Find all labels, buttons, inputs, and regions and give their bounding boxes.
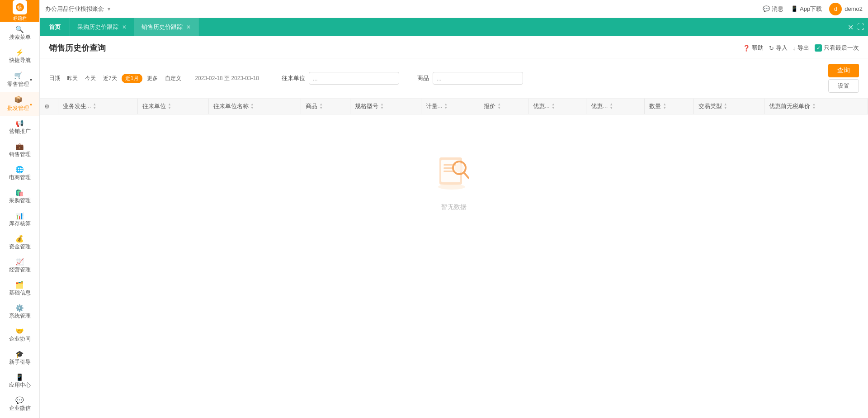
th-pretax-price[interactable]: 优惠前无税单价 ▲▼ [764, 99, 868, 114]
sidebar-item-operations[interactable]: 📈 经营管理 [0, 254, 40, 277]
download-icon: 📱 [791, 5, 798, 12]
sidebar-item-enterprise[interactable]: 🤝 企业协同 [0, 323, 40, 347]
sidebar-item-marketing[interactable]: 📢 营销推广 [0, 116, 40, 139]
tab-close-all-icon[interactable]: ✕ [848, 23, 854, 32]
sort-arrows-spec: ▲▼ [380, 103, 384, 110]
product-filter: 商品 ... [417, 72, 523, 85]
th-discount2[interactable]: 优惠... ▲▼ [586, 99, 645, 114]
action-buttons: 查询 设置 [828, 64, 859, 93]
th-trade-type[interactable]: 交易类型 ▲▼ [693, 99, 764, 114]
sort-arrows-discount1: ▲▼ [552, 103, 555, 110]
th-product[interactable]: 商品 ▲▼ [301, 99, 350, 114]
sidebar-item-search[interactable]: 🔍 搜索菜单 [0, 22, 40, 45]
tab-home[interactable]: 首页 [40, 18, 70, 36]
date-opt-1month[interactable]: 近1月 [122, 74, 143, 83]
logo-icon: 畅 [13, 0, 27, 14]
user-button[interactable]: d demo2 [829, 3, 863, 15]
svg-rect-6 [443, 167, 453, 169]
sidebar-item-wechat[interactable]: 💬 企业微信 [0, 393, 40, 416]
sort-arrows-counterpart-name: ▲▼ [250, 103, 254, 110]
top-bar: 办公用品行业模拟账套 ▾ 💬 消息 📱 App下载 d demo2 [40, 0, 868, 18]
th-quoted-price[interactable]: 报价 ▲▼ [479, 99, 528, 114]
sort-arrows-product: ▲▼ [319, 103, 323, 110]
date-opt-yesterday[interactable]: 昨天 [64, 74, 80, 83]
tab-bar: 首页 采购历史价跟踪 ✕ 销售历史价跟踪 ✕ ✕ ⛶ [40, 18, 868, 36]
sidebar-item-appstore[interactable]: 📱 应用中心 [0, 370, 40, 393]
import-button[interactable]: ↻ 导入 [769, 44, 788, 52]
filter-row: 日期 昨天 今天 近7天 近1月 更多 自定义 2023-02-18 至 202… [49, 64, 859, 93]
sidebar-item-newbie[interactable]: 🎓 新手引导 [0, 347, 40, 370]
date-opt-7days[interactable]: 近7天 [100, 74, 120, 83]
top-bar-right: 💬 消息 📱 App下载 d demo2 [763, 3, 863, 15]
date-label: 日期 [49, 74, 61, 82]
page-title: 销售历史价查询 [49, 43, 106, 53]
logo-text: 标题栏 [13, 15, 27, 22]
counterpart-filter: 往来单位 ... [282, 72, 399, 85]
sidebar-logo: 畅 标题栏 [0, 0, 40, 22]
tab-sales-history[interactable]: 销售历史价跟踪 ✕ [134, 18, 198, 36]
sidebar-item-wholesale[interactable]: 📦 批发管理 ▴ [0, 92, 40, 116]
empty-state: 暂无数据 [40, 114, 868, 247]
counterpart-input[interactable]: ... [309, 72, 399, 85]
tab-expand-icon[interactable]: ⛶ [857, 23, 864, 31]
table-header-row: ⚙ 业务发生... ▲▼ 往来单位 ▲▼ [40, 99, 868, 114]
sidebar-item-purchase[interactable]: 🛍️ 采购管理 [0, 185, 40, 208]
sidebar-item-sales[interactable]: 💼 销售管理 [0, 139, 40, 162]
sort-arrows-pretax-price: ▲▼ [812, 103, 816, 110]
page-actions: ❓ 帮助 ↻ 导入 ↓ 导出 ✓ 只看最后一次 [743, 44, 859, 52]
breadcrumb: 办公用品行业模拟账套 ▾ [45, 5, 110, 13]
th-discount1[interactable]: 优惠... ▲▼ [528, 99, 586, 114]
page-header: 销售历史价查询 ❓ 帮助 ↻ 导入 ↓ 导出 ✓ 只看最后一次 [40, 36, 868, 58]
th-spec[interactable]: 规格型号 ▲▼ [350, 99, 421, 114]
sort-arrows-unit: ▲▼ [444, 103, 448, 110]
tab-purchase-history[interactable]: 采购历史价跟踪 ✕ [70, 18, 134, 36]
sort-arrows-biz-date: ▲▼ [93, 103, 96, 110]
export-button[interactable]: ↓ 导出 [793, 44, 810, 52]
sidebar-item-basic[interactable]: 🗂️ 基础信息 [0, 277, 40, 300]
download-button[interactable]: 📱 App下载 [791, 5, 822, 13]
th-counterpart-name[interactable]: 往来单位名称 ▲▼ [208, 99, 301, 114]
th-settings[interactable]: ⚙ [40, 99, 58, 114]
wholesale-expand-arrow: ▴ [30, 101, 32, 106]
sidebar-item-member[interactable]: ⭐ 畅会员 [0, 416, 40, 418]
settings-button[interactable]: 设置 [828, 79, 859, 93]
date-opt-more[interactable]: 更多 [144, 74, 160, 83]
settings-gear-icon[interactable]: ⚙ [44, 103, 50, 110]
product-input[interactable]: ... [433, 72, 523, 85]
date-opt-custom[interactable]: 自定义 [162, 74, 184, 83]
tab-close-sales[interactable]: ✕ [186, 24, 191, 30]
sidebar-item-quicknav[interactable]: ⚡ 快捷导航 [0, 45, 40, 68]
content-area: 销售历史价查询 ❓ 帮助 ↻ 导入 ↓ 导出 ✓ 只看最后一次 [40, 36, 868, 418]
svg-line-10 [464, 172, 468, 178]
sidebar-item-finance[interactable]: 💰 资金管理 [0, 231, 40, 254]
date-opt-today[interactable]: 今天 [82, 74, 99, 83]
export-icon: ↓ [793, 45, 796, 52]
sort-arrows-trade-type: ▲▼ [724, 103, 727, 110]
message-button[interactable]: 💬 消息 [763, 5, 783, 13]
empty-icon [431, 151, 476, 196]
date-range-display: 2023-02-18 至 2023-03-18 [193, 75, 259, 82]
sidebar-item-system[interactable]: ⚙️ 系统管理 [0, 300, 40, 323]
th-counterpart[interactable]: 往来单位 ▲▼ [138, 99, 209, 114]
date-range-text: 2023-02-18 至 2023-03-18 [195, 75, 259, 82]
th-unit[interactable]: 计量... ▲▼ [421, 99, 479, 114]
sort-arrows-discount2: ▲▼ [609, 103, 613, 110]
empty-text: 暂无数据 [441, 203, 467, 211]
help-button[interactable]: ❓ 帮助 [743, 44, 764, 52]
sidebar-item-retail[interactable]: 🛒 零售管理 ▾ [0, 68, 40, 92]
only-last-check[interactable]: ✓ 只看最后一次 [815, 44, 859, 52]
tab-bar-actions: ✕ ⛶ [848, 23, 868, 32]
sidebar-item-ecommerce[interactable]: 🌐 电商管理 [0, 162, 40, 185]
svg-point-9 [455, 163, 464, 172]
th-biz-date[interactable]: 业务发生... ▲▼ [58, 99, 138, 114]
query-button[interactable]: 查询 [828, 64, 859, 77]
message-icon: 💬 [763, 5, 770, 12]
sidebar: 畅 标题栏 🔍 搜索菜单 ⚡ 快捷导航 🛒 零售管理 ▾ 📦 批发管理 ▴ 📢 … [0, 0, 40, 418]
svg-point-2 [438, 184, 465, 190]
avatar: d [829, 3, 842, 15]
th-quantity[interactable]: 数量 ▲▼ [645, 99, 694, 114]
sidebar-item-inventory[interactable]: 📊 库存核算 [0, 208, 40, 231]
main-area: 办公用品行业模拟账套 ▾ 💬 消息 📱 App下载 d demo2 首页 采购历… [40, 0, 868, 418]
tab-close-purchase[interactable]: ✕ [122, 24, 127, 30]
svg-text:畅: 畅 [17, 5, 22, 10]
